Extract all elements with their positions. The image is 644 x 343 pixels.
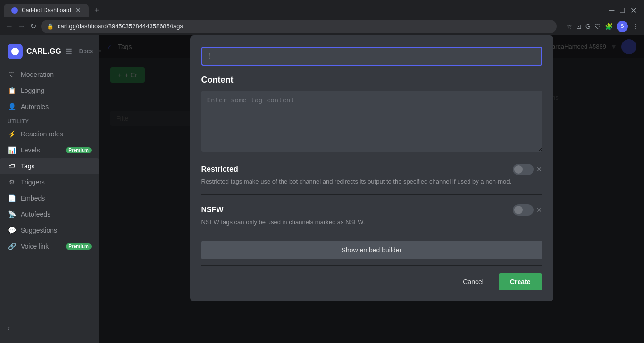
restricted-toggle[interactable] [513, 164, 534, 175]
moderation-icon: 🛡 [8, 70, 16, 79]
new-tab-button[interactable]: + [91, 6, 103, 16]
url-text: carl.gg/dashboard/894503528444358686/tag… [58, 23, 183, 30]
sidebar-collapse-button[interactable]: ‹ [0, 318, 99, 338]
browser-actions: ☆ ⊡ G 🛡 🧩 S ⋮ [566, 21, 638, 32]
tags-icon: 🏷 [8, 162, 16, 170]
sidebar-item-levels[interactable]: 📊 Levels Premium [0, 142, 99, 158]
autoroles-icon: 👤 [8, 102, 16, 111]
autofeeds-icon: 📡 [8, 210, 16, 218]
show-embed-builder-button[interactable]: Show embed builder [201, 241, 542, 259]
restricted-title: Restricted [201, 165, 238, 174]
shield-icon[interactable]: 🛡 [594, 23, 601, 30]
sidebar-item-logging[interactable]: 📋 Logging [0, 83, 99, 99]
tab-bar: Carl-bot Dashboard ✕ + ─ □ ✕ [0, 0, 644, 17]
reaction-roles-icon: ⚡ [8, 130, 16, 138]
embeds-icon: 📄 [8, 194, 16, 202]
sidebar-item-label: Tags [21, 162, 35, 170]
sidebar-item-voice-link[interactable]: 🔗 Voice link Premium [0, 238, 99, 254]
nsfw-header: NSFW ✕ [201, 204, 542, 216]
puzzle-icon[interactable]: 🧩 [605, 23, 613, 30]
sidebar-item-suggestions[interactable]: 💬 Suggestions [0, 222, 99, 238]
premium-badge-levels: Premium [66, 147, 92, 153]
browser-chrome: Carl-bot Dashboard ✕ + ─ □ ✕ ← → ↻ 🔒 car… [0, 0, 644, 35]
nsfw-clear-icon[interactable]: ✕ [536, 206, 542, 214]
sidebar-item-autofeeds[interactable]: 📡 Autofeeds [0, 206, 99, 222]
suggestions-icon: 💬 [8, 226, 16, 234]
sidebar-item-embeds[interactable]: 📄 Embeds [0, 190, 99, 206]
nsfw-desc: NSFW tags can only be used in channels m… [201, 218, 542, 226]
tag-prefix: ! [201, 47, 216, 66]
bookmark-icon[interactable]: ☆ [566, 23, 572, 30]
sidebar-item-label: Triggers [21, 178, 45, 186]
restricted-toggle-control: ✕ [513, 164, 542, 175]
active-tab[interactable]: Carl-bot Dashboard ✕ [4, 4, 89, 17]
maximize-button[interactable]: □ [620, 6, 625, 15]
modal-overlay[interactable]: ! Content Restricted ✕ [99, 35, 644, 343]
nsfw-title: NSFW [201, 206, 224, 214]
tab-title: Carl-bot Dashboard [22, 7, 71, 14]
utility-section-label: UTILITY [0, 115, 99, 126]
sidebar-item-label: Logging [21, 87, 44, 94]
collapse-icon: ‹ [8, 324, 10, 332]
sidebar-item-autoroles[interactable]: 👤 Autoroles [0, 99, 99, 115]
sidebar-item-moderation[interactable]: 🛡 Moderation [0, 67, 99, 83]
levels-icon: 📊 [8, 146, 16, 154]
nsfw-section: NSFW ✕ NSFW tags can only be used in cha… [201, 194, 542, 235]
refresh-button[interactable]: ↻ [30, 22, 36, 31]
content-textarea[interactable] [201, 91, 542, 152]
url-bar[interactable]: 🔒 carl.gg/dashboard/894503528444358686/t… [41, 20, 557, 33]
triggers-icon: ⚙ [8, 178, 16, 186]
sidebar-item-label: Voice link [21, 243, 49, 250]
content-title: Content [201, 75, 542, 85]
translate-icon[interactable]: G [585, 23, 591, 30]
tab-close-button[interactable]: ✕ [75, 7, 81, 14]
premium-badge-voice: Premium [66, 243, 92, 250]
close-button[interactable]: ✕ [630, 6, 636, 15]
main-content: ✓ Tags SharqaHameed #5889 ▾ + + Cr Uses [99, 35, 644, 343]
voice-link-icon: 🔗 [8, 242, 16, 251]
back-button[interactable]: ← [6, 22, 13, 31]
sidebar-item-label: Autoroles [21, 103, 49, 110]
forward-button[interactable]: → [18, 22, 25, 31]
svg-point-0 [11, 48, 19, 55]
more-options-icon[interactable]: ⋮ [632, 23, 638, 30]
logging-icon: 📋 [8, 86, 16, 95]
tab-favicon [11, 7, 18, 14]
restricted-section: Restricted ✕ Restricted tags make use of… [201, 154, 542, 194]
sidebar-item-tags[interactable]: 🏷 Tags [0, 158, 99, 174]
restricted-header: Restricted ✕ [201, 164, 542, 175]
sidebar-logo[interactable]: CARL.GG ☰ Docs ▾ [0, 40, 99, 67]
sidebar-item-label: Reaction roles [21, 130, 63, 138]
app: CARL.GG ☰ Docs ▾ 🛡 Moderation 📋 Logging … [0, 35, 644, 343]
sidebar-item-label: Embeds [21, 194, 45, 202]
docs-link[interactable]: Docs [79, 48, 93, 55]
browser-user-avatar[interactable]: S [617, 21, 628, 32]
logo-text: CARL.GG [26, 47, 61, 56]
create-tag-modal: ! Content Restricted ✕ [190, 35, 553, 301]
content-section: Content [201, 75, 542, 154]
tag-name-input[interactable] [216, 47, 542, 66]
restricted-desc: Restricted tags make use of the bot chan… [201, 178, 542, 185]
address-bar: ← → ↻ 🔒 carl.gg/dashboard/89450352844435… [0, 17, 644, 35]
sidebar-item-label: Suggestions [21, 226, 57, 234]
sidebar: CARL.GG ☰ Docs ▾ 🛡 Moderation 📋 Logging … [0, 35, 99, 343]
logo-icon [8, 44, 23, 59]
cancel-button[interactable]: Cancel [453, 273, 493, 290]
nsfw-toggle-control: ✕ [513, 204, 542, 216]
tag-name-row: ! [201, 47, 542, 66]
modal-footer: Cancel Create [201, 265, 542, 290]
sidebar-item-label: Moderation [21, 71, 54, 78]
sidebar-item-label: Autofeeds [21, 210, 50, 218]
nsfw-toggle[interactable] [513, 204, 534, 216]
minimize-button[interactable]: ─ [609, 6, 614, 15]
restricted-clear-icon[interactable]: ✕ [536, 166, 542, 173]
sidebar-item-label: Levels [21, 146, 40, 154]
sidebar-item-reaction-roles[interactable]: ⚡ Reaction roles [0, 126, 99, 142]
screenshot-icon[interactable]: ⊡ [576, 23, 582, 30]
sidebar-item-triggers[interactable]: ⚙ Triggers [0, 174, 99, 190]
menu-icon[interactable]: ☰ [65, 47, 72, 56]
lock-icon: 🔒 [47, 23, 54, 30]
create-tag-button[interactable]: Create [499, 273, 542, 290]
